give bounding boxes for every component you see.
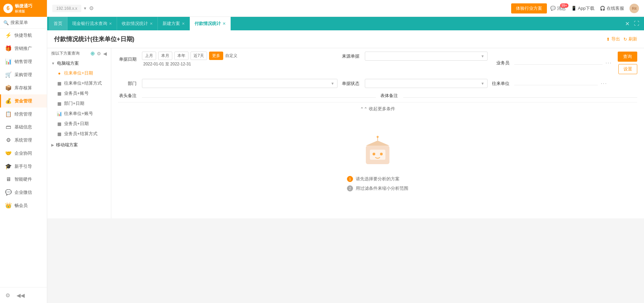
dept-select[interactable]: ▾ bbox=[142, 79, 338, 88]
dropdown-arrow-icon[interactable]: ▾ bbox=[84, 6, 86, 11]
date-btn-this-year[interactable]: 本年 bbox=[174, 52, 188, 60]
dept-label: 部门 bbox=[118, 81, 140, 87]
date-range-display: 2022-01-01 至 2022-12-31 bbox=[143, 61, 237, 67]
online-service-btn[interactable]: 🎧 在线客服 bbox=[600, 5, 624, 11]
messages-btn[interactable]: 💬 消息 99+ bbox=[550, 5, 566, 11]
date-btn-more[interactable]: 更多 bbox=[209, 52, 223, 60]
tab-close-all-btn[interactable]: ✕ bbox=[624, 19, 631, 28]
sidebar-item-guide[interactable]: 🎓 新手引导 bbox=[0, 160, 47, 173]
svg-point-2 bbox=[373, 153, 375, 155]
tab-close-payment-stats[interactable]: ✕ bbox=[223, 22, 226, 26]
scheme-icon-4: ▦ bbox=[57, 101, 62, 106]
sidebar-item-wechat[interactable]: 💬 企业微信 bbox=[0, 186, 47, 199]
topbar-right: 💬 消息 99+ 📱 App下载 🎧 在线客服 Rit bbox=[550, 4, 639, 13]
topbar-gear-icon[interactable]: ⚙ bbox=[89, 5, 94, 11]
sales-icon: 📊 bbox=[5, 58, 12, 65]
sidebar-menu: ⚡ 快捷导航 🎁 营销推广 📊 销售管理 🛒 采购管理 📦 库存核算 💰 资金管… bbox=[0, 29, 47, 287]
collapse-btn[interactable]: ⌃⌃ 收起更多条件 bbox=[360, 106, 395, 112]
tab-close-new-plan[interactable]: ✕ bbox=[182, 22, 185, 26]
sidebar-item-operation[interactable]: 📋 经营管理 bbox=[0, 108, 47, 121]
scheme-icon-7: ▦ bbox=[57, 131, 62, 137]
source-select[interactable]: ▾ bbox=[365, 52, 487, 61]
cooperation-icon: 🤝 bbox=[5, 150, 12, 156]
doc-status-select[interactable]: ▾ bbox=[365, 79, 487, 88]
sidebar-settings-btn[interactable]: ⚙ bbox=[3, 290, 13, 300]
empty-state: 1 请先选择要分析的方案 2 用过滤条件来缩小分析范围 bbox=[118, 115, 637, 215]
header-note-input[interactable] bbox=[142, 94, 376, 98]
scheme-settings-btn[interactable]: ⚙ bbox=[97, 51, 101, 56]
main-content: 192.168.x.x ▾ ⚙ 体验行业方案 💬 消息 99+ 📱 App下载 … bbox=[47, 0, 644, 303]
tab-receipt-stats[interactable]: 收款情况统计 ✕ bbox=[117, 17, 158, 30]
scheme-item-dept-date[interactable]: ▦ 部门+日期 bbox=[47, 98, 111, 109]
tab-close-receipt-stats[interactable]: ✕ bbox=[150, 22, 153, 26]
date-btn-group: 上月 本月 本年 近7天 更多 自定义 bbox=[142, 52, 237, 60]
scheme-item-unit-account[interactable]: 📊 往来单位+账号 bbox=[47, 109, 111, 119]
salesman-input[interactable] bbox=[514, 61, 603, 65]
sidebar-item-member[interactable]: 👑 畅会员 bbox=[0, 199, 47, 212]
scheme-group-desktop-header[interactable]: ▼ 电脑端方案 bbox=[47, 59, 111, 68]
scheme-panel: 按以下方案查询 ⊕ ⚙ ◀ ▼ 电脑端方案 ● 往来单位+日期 bbox=[47, 48, 111, 218]
export-btn[interactable]: ⬆ 导出 bbox=[606, 36, 620, 42]
content-area: 按以下方案查询 ⊕ ⚙ ◀ ▼ 电脑端方案 ● 往来单位+日期 bbox=[47, 48, 644, 218]
refresh-icon: ↻ bbox=[623, 37, 627, 42]
sidebar-item-cooperation[interactable]: 🤝 企业协同 bbox=[0, 147, 47, 160]
tab-maximize-btn[interactable]: ⛶ bbox=[633, 19, 641, 28]
sidebar-item-marketing[interactable]: 🎁 营销推广 bbox=[0, 42, 47, 55]
quick-nav-icon: ⚡ bbox=[5, 32, 12, 38]
date-custom-label[interactable]: 自定义 bbox=[225, 53, 237, 59]
step-2-num: 2 bbox=[347, 185, 353, 191]
sidebar-collapse-btn[interactable]: ◀◀ bbox=[16, 290, 26, 300]
date-controls: 上月 本月 本年 近7天 更多 自定义 2022-01-01 至 2022-12… bbox=[142, 52, 237, 67]
scheme-group-desktop: ▼ 电脑端方案 ● 往来单位+日期 ▦ 往来单位+结算方式 ▦ 业务员+账号 bbox=[47, 59, 111, 139]
message-icon: 💬 bbox=[550, 6, 556, 11]
query-actions: 查询 设置 bbox=[618, 52, 637, 74]
tab-bank-flow[interactable]: 现金银行流水查询 ✕ bbox=[67, 17, 117, 30]
source-label: 来源单据 bbox=[341, 53, 363, 59]
tab-new-plan[interactable]: 新建方案 ✕ bbox=[158, 17, 190, 30]
salesman-label: 业务员 bbox=[491, 60, 513, 66]
sidebar-item-inventory[interactable]: 📦 库存核算 bbox=[0, 81, 47, 94]
sidebar-item-basic[interactable]: 🗃 基础信息 bbox=[0, 121, 47, 133]
scheme-panel-actions: ⊕ ⚙ ◀ bbox=[90, 50, 107, 57]
page-title: 付款情况统计(往来单位+日期) bbox=[54, 35, 135, 43]
scheme-add-btn[interactable]: ⊕ bbox=[90, 50, 95, 57]
refresh-btn[interactable]: ↻ 刷新 bbox=[623, 36, 637, 42]
sidebar-item-finance[interactable]: 💰 资金管理 bbox=[0, 94, 47, 108]
trial-btn[interactable]: 体验行业方案 bbox=[511, 3, 547, 13]
tab-home[interactable]: 首页 bbox=[49, 17, 67, 30]
filter-row-1: 单据日期 上月 本月 本年 近7天 更多 自定义 2022-01-01 至 20… bbox=[118, 52, 637, 74]
sidebar-item-system[interactable]: ⚙ 系统管理 bbox=[0, 133, 47, 147]
logo-icon: 6 bbox=[3, 4, 13, 13]
scheme-item-unit-date[interactable]: ● 往来单位+日期 bbox=[47, 68, 111, 78]
sidebar-item-sales[interactable]: 📊 销售管理 bbox=[0, 55, 47, 68]
export-icon: ⬆ bbox=[606, 37, 610, 42]
salesman-more-icon[interactable]: ··· bbox=[604, 60, 614, 66]
search-menu[interactable]: 🔍 搜索菜单 bbox=[0, 17, 47, 29]
date-btn-this-month[interactable]: 本月 bbox=[158, 52, 172, 60]
user-avatar[interactable]: Rit bbox=[630, 4, 639, 13]
settings-btn[interactable]: 设置 bbox=[618, 64, 637, 74]
address-text: 192.168.x.x bbox=[52, 5, 81, 12]
date-btn-7days[interactable]: 近7天 bbox=[191, 52, 207, 60]
app-download-btn[interactable]: 📱 App下载 bbox=[571, 5, 594, 11]
tab-close-bank-flow[interactable]: ✕ bbox=[109, 22, 112, 26]
scheme-item-salesman-settle[interactable]: ▦ 业务员+结算方式 bbox=[47, 129, 111, 139]
tab-payment-stats[interactable]: 付款情况统计 ✕ bbox=[190, 17, 231, 30]
scheme-collapse-btn[interactable]: ◀ bbox=[103, 51, 107, 56]
page-header-actions: ⬆ 导出 ↻ 刷新 bbox=[606, 36, 637, 42]
related-unit-more-icon[interactable]: ··· bbox=[599, 81, 609, 87]
scheme-item-salesman-account[interactable]: ▦ 业务员+账号 bbox=[47, 88, 111, 98]
sidebar-item-purchase[interactable]: 🛒 采购管理 bbox=[0, 68, 47, 81]
filter-main: 单据日期 上月 本月 本年 近7天 更多 自定义 2022-01-01 至 20… bbox=[111, 48, 644, 218]
scheme-item-unit-settle[interactable]: ▦ 往来单位+结算方式 bbox=[47, 78, 111, 88]
page-header: 付款情况统计(往来单位+日期) ⬆ 导出 ↻ 刷新 bbox=[47, 30, 644, 48]
related-unit-input[interactable] bbox=[514, 82, 598, 85]
date-btn-last-month[interactable]: 上月 bbox=[142, 52, 156, 60]
scheme-group-mobile-header[interactable]: ▶ 移动端方案 bbox=[47, 140, 111, 150]
query-btn[interactable]: 查询 bbox=[618, 52, 637, 62]
sidebar-item-quick-nav[interactable]: ⚡ 快捷导航 bbox=[0, 29, 47, 42]
sidebar-item-hardware[interactable]: 🖥 智能硬件 bbox=[0, 173, 47, 186]
scheme-item-salesman-date[interactable]: ▦ 业务员+日期 bbox=[47, 119, 111, 129]
body-note-input[interactable] bbox=[403, 94, 637, 98]
tabs-end: ✕ ⛶ bbox=[624, 19, 642, 28]
